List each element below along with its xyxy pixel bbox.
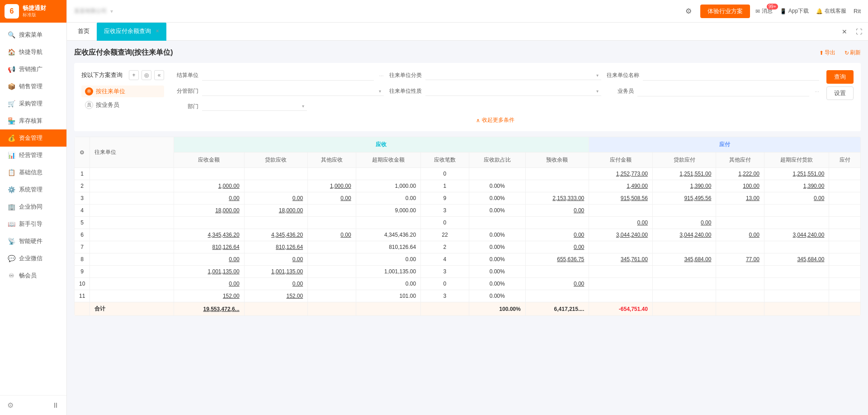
online-service-button[interactable]: 🔔 在线客服 <box>816 7 846 15</box>
sales-icon: 📦 <box>7 82 15 91</box>
unit-nature-select[interactable]: ▾ <box>425 87 602 96</box>
sidebar-logo: 6 畅捷通财 标准版 <box>0 0 66 23</box>
field-label-department: 部门 <box>171 103 198 110</box>
salesperson-input[interactable] <box>637 86 809 96</box>
sidebar-item-inventory[interactable]: 🏪 库存核算 <box>0 112 66 129</box>
filter-field-unit-category: 往来单位分类 ▾ <box>389 71 602 80</box>
filter-left: 按以下方案查询 + ◎ « 单 按往来单位 员 按业务员 <box>81 70 164 124</box>
sidebar-collapse-icon[interactable]: ⏸ <box>52 401 59 410</box>
message-icon: ✉ <box>755 8 760 14</box>
sidebar-item-finance[interactable]: 💰 资金管理 <box>0 129 66 147</box>
sidebar-item-label: 库存核算 <box>19 117 42 125</box>
tab-ar-ap[interactable]: 应收应付余额查询 ✕ <box>97 23 166 41</box>
footer-empty6 <box>652 302 716 316</box>
unit-name-input[interactable] <box>643 70 819 81</box>
footer-ar-total: 19,553,472,6... <box>174 302 244 316</box>
ar-loan-header: 贷款应收 <box>244 153 308 168</box>
ar-amount-header: 应收金额 <box>174 153 244 168</box>
dept-select[interactable]: ▾ <box>202 87 384 96</box>
sidebar-item-label: 销售管理 <box>19 82 42 91</box>
sidebar-item-guide[interactable]: 📖 新手引导 <box>0 215 66 233</box>
message-button[interactable]: ✉ 消息 99+ <box>755 7 773 15</box>
page-actions: ⬆ 导出 ↻ 刷新 <box>819 49 861 57</box>
tab-home[interactable]: 首页 <box>71 23 97 41</box>
sidebar-item-basic-info[interactable]: 📋 基础信息 <box>0 164 66 181</box>
settlement-input[interactable] <box>202 70 374 81</box>
filter-option-by-unit[interactable]: 单 按往来单位 <box>81 86 164 97</box>
system-icon: ⚙️ <box>7 186 15 194</box>
tab-close-icon[interactable]: ✕ <box>156 29 159 33</box>
app-download-button[interactable]: 📱 App下载 <box>780 7 809 15</box>
filter-add-button[interactable]: + <box>129 70 139 80</box>
table-row: 80.000.000.0040.00%655,636.75345,761.003… <box>75 253 861 266</box>
search-menu-icon: 🔍 <box>7 31 15 39</box>
settings-gear-button[interactable]: ⚙ <box>682 5 695 18</box>
operation-icon: 📊 <box>7 151 15 159</box>
export-button[interactable]: ⬆ 导出 <box>819 49 835 57</box>
table-settings-icon[interactable]: ⚙ <box>80 149 85 156</box>
basic-info-icon: 📋 <box>7 168 15 176</box>
collapse-up-icon: ∧ <box>476 117 480 124</box>
sidebar-item-label: 快捷导航 <box>19 48 42 56</box>
logo-icon: 6 <box>5 4 19 19</box>
sidebar-item-sales[interactable]: 📦 销售管理 <box>0 78 66 95</box>
department-select[interactable]: ▾ <box>202 102 307 111</box>
sidebar-settings-icon[interactable]: ⚙ <box>7 401 14 410</box>
collapse-more-button[interactable]: ∧ 收起更多条件 <box>171 116 819 124</box>
footer-ap-total: -654,751.40 <box>589 302 653 316</box>
finance-icon: 💰 <box>7 134 15 142</box>
member-icon: ♾ <box>7 272 15 280</box>
export-icon: ⬆ <box>819 50 824 56</box>
data-table: ⚙ 往来单位 应收 应付 应收金额 贷款应收 其他应收 超期应收金额 应收笔数 <box>74 137 861 316</box>
filter-collapse-button[interactable]: « <box>154 70 164 80</box>
filter-option-by-staff[interactable]: 员 按业务员 <box>81 99 164 111</box>
table-row: 100.000.000.0000.00%0.00 <box>75 278 861 290</box>
filter-target-button[interactable]: ◎ <box>142 70 151 80</box>
sidebar-item-label: 企业协同 <box>19 203 42 211</box>
sidebar-item-label: 营销推广 <box>19 65 42 73</box>
sidebar-item-marketing[interactable]: 📢 营销推广 <box>0 61 66 78</box>
setting-button[interactable]: 设置 <box>826 86 854 100</box>
footer-empty9 <box>829 302 861 316</box>
sidebar-item-wechat[interactable]: 💬 企业微信 <box>0 250 66 267</box>
tab-ar-ap-label: 应收应付余额查询 <box>104 27 151 35</box>
table-row: 21,000.001,000.001,000.0010.00%1,490.001… <box>75 180 861 192</box>
footer-empty <box>75 302 90 316</box>
sidebar-item-enterprise[interactable]: 🏢 企业协同 <box>0 198 66 215</box>
breadcrumb: 某某有限公司 ▾ <box>74 7 677 15</box>
salesperson-dots[interactable]: ··· <box>815 88 819 95</box>
settings-col-header: ⚙ <box>75 137 90 168</box>
purchase-icon: 🛒 <box>7 100 15 108</box>
unit-category-select[interactable]: ▾ <box>425 71 602 80</box>
tab-close-window-button[interactable]: ✕ <box>839 26 850 37</box>
page-container: 应收应付余额查询(按往来单位) ⬆ 导出 ↻ 刷新 按以下方案 <box>67 41 868 415</box>
user-name[interactable]: Rit <box>854 8 861 14</box>
ap-group-header: 应付 <box>589 137 861 153</box>
filter-unit-label: 按往来单位 <box>96 87 125 95</box>
sidebar-item-quick-nav[interactable]: 🏠 快捷导航 <box>0 43 66 61</box>
logo-text: 畅捷通财 标准版 <box>23 5 46 18</box>
footer-empty8 <box>764 302 829 316</box>
ap-overdue-header: 超期应付货款 <box>764 153 829 168</box>
message-badge: 99+ <box>767 4 778 10</box>
tab-actions: ✕ ⛶ <box>839 26 864 37</box>
tab-expand-button[interactable]: ⛶ <box>854 26 864 37</box>
promo-button[interactable]: 体验行业方案 <box>700 5 750 18</box>
sidebar-item-hardware[interactable]: 📡 智能硬件 <box>0 233 66 250</box>
query-button[interactable]: 查询 <box>826 70 854 84</box>
settlement-dots[interactable]: ··· <box>379 72 384 79</box>
sidebar-item-system[interactable]: ⚙️ 系统管理 <box>0 181 66 198</box>
sidebar-item-operation[interactable]: 📊 经营管理 <box>0 147 66 164</box>
ar-overdue-header: 超期应收金额 <box>356 153 421 168</box>
page-title: 应收应付余额查询(按往来单位) <box>74 48 173 57</box>
quick-nav-icon: 🏠 <box>7 48 15 56</box>
sidebar-item-search-menu[interactable]: 🔍 搜索菜单 <box>0 26 66 43</box>
ar-group-header: 应收 <box>174 137 589 153</box>
sidebar-item-member[interactable]: ♾ 畅会员 <box>0 267 66 284</box>
hardware-icon: 📡 <box>7 237 15 245</box>
sidebar-item-label: 智能硬件 <box>19 237 42 245</box>
refresh-button[interactable]: ↻ 刷新 <box>844 49 861 57</box>
sidebar-item-purchase[interactable]: 🛒 采购管理 <box>0 95 66 112</box>
service-icon: 🔔 <box>816 8 823 14</box>
table-row: 7810,126.64810,126.64810,126.6420.00%0.0… <box>75 241 861 253</box>
